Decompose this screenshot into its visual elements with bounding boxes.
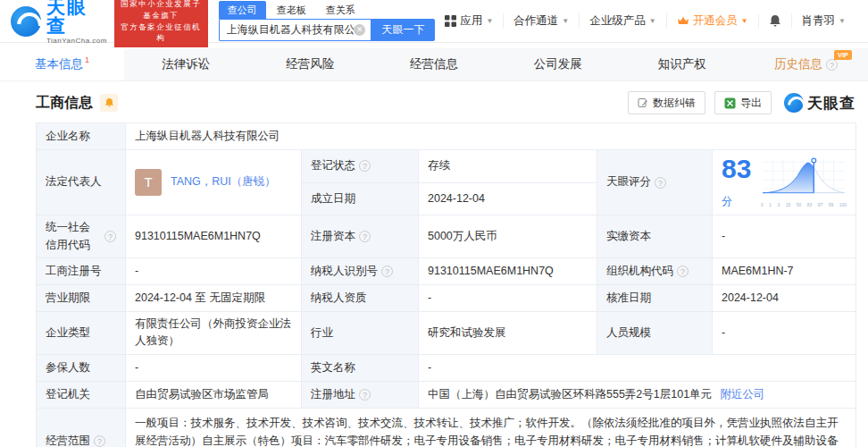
status-value: 存续 [419, 150, 597, 183]
nav-notifications[interactable] [758, 14, 791, 28]
established-label: 成立日期 [302, 182, 419, 215]
legal-rep-avatar[interactable]: T [135, 169, 162, 196]
help-icon[interactable]: ? [359, 160, 371, 172]
business-scope-label-cell: 经营范围? [37, 408, 126, 447]
legal-rep-link[interactable]: TANG，RUI（唐锐） [171, 173, 276, 190]
tianyancha-logo[interactable]: 天眼查 TianYanCha.com [11, 0, 107, 45]
export-button[interactable]: 导出 [714, 91, 772, 114]
brand-domain: TianYanCha.com [46, 38, 107, 45]
company-name-label: 企业名称 [37, 123, 126, 150]
reg-number-value: - [126, 257, 302, 284]
tab-history[interactable]: VIP 历史信息 ? [744, 48, 868, 80]
status-label: 登记状态 [311, 157, 355, 174]
nav-partner[interactable]: 合作通道 ▼ [503, 13, 579, 29]
table-row: 工商注册号 - 纳税人识别号? 91310115MAE6M1HN7Q 组织机构代… [37, 257, 856, 284]
english-name-value: - [419, 354, 856, 381]
registration-authority-value: 自由贸易试验区市场监管局 [126, 381, 302, 408]
page-tabs: 基本信息 1 法律诉讼 经营风险 经营信息 公司发展 知识产权 VIP 历史信息… [0, 48, 868, 81]
nearby-companies-link[interactable]: 附近公司 [721, 388, 765, 401]
help-icon[interactable]: ? [359, 231, 371, 242]
tab-risk[interactable]: 经营风险 [248, 48, 372, 80]
gov-badge-line2: 官方备案企业征信机构 [120, 21, 203, 45]
org-code-label: 组织机构代码 [606, 263, 673, 280]
credit-code-label: 统一社会信用代码 [46, 219, 101, 254]
excel-export-icon [724, 97, 736, 109]
taxpayer-id-label: 纳税人识别号 [311, 263, 378, 280]
staff-size-value: - [713, 311, 856, 354]
search-tab-relation[interactable]: 查关系 [317, 1, 364, 19]
business-scope-label: 经营范围 [46, 433, 90, 447]
reg-number-label: 工商注册号 [37, 257, 126, 284]
help-icon[interactable]: ? [655, 177, 666, 189]
chevron-down-icon: ▼ [562, 17, 569, 25]
table-row: 登记机关 自由贸易试验区市场监管局 注册地址? 中国（上海）自由贸易试验区环科路… [37, 381, 856, 408]
tab-operation[interactable]: 经营信息 [372, 48, 497, 80]
help-icon[interactable]: ? [381, 266, 393, 277]
address-value: 中国（上海）自由贸易试验区环科路555弄2号1层101单元 [428, 388, 712, 401]
established-value: 2024-12-04 [419, 182, 597, 215]
paid-capital-label: 实缴资本 [597, 215, 713, 258]
paid-capital-value: - [713, 215, 856, 258]
nav-user-label: 肖青羽 [802, 13, 836, 29]
score-label-cell: 天眼评分? [597, 150, 713, 215]
table-row: 企业名称 上海纵目机器人科技有限公司 [37, 123, 856, 150]
reg-capital-label-cell: 注册资本? [302, 215, 419, 258]
table-row: 参保人数 - 英文名称 - [37, 354, 856, 381]
taxpayer-id-value: 91310115MAE6M1HN7Q [419, 257, 597, 284]
table-row: 企业类型 有限责任公司（外商投资企业法人独资） 行业 研究和试验发展 人员规模 … [37, 311, 856, 354]
score-distribution-chart: 0131550839799100 [761, 156, 847, 209]
help-icon[interactable]: ? [359, 389, 371, 401]
staff-size-label: 人员规模 [597, 311, 713, 354]
table-row: 统一社会信用代码? 91310115MAE6M1HN7Q 注册资本? 5000万… [37, 215, 856, 258]
brand-name: 天眼查 [46, 0, 107, 35]
insured-count-value: - [126, 354, 302, 381]
nav-enterprise[interactable]: 企业级产品 ▼ [579, 13, 665, 29]
clear-search-icon[interactable]: ✕ [354, 24, 365, 36]
search-button[interactable]: 天眼一下 [371, 19, 435, 41]
tab-ip-label: 知识产权 [658, 56, 706, 72]
watermark-brand-name: 天眼查 [807, 93, 855, 114]
tab-ip[interactable]: 知识产权 [620, 48, 744, 80]
section-header: 工商信息 数据纠错 导出 天眼查 [36, 91, 855, 114]
tab-development[interactable]: 公司发展 [496, 48, 620, 80]
tab-operation-label: 经营信息 [410, 56, 458, 72]
edit-icon [638, 97, 648, 108]
score-value[interactable]: 83分 [722, 156, 757, 209]
help-icon[interactable]: ? [677, 266, 689, 277]
taxpayer-quality-label: 纳税人资质 [302, 284, 419, 311]
search-tab-company[interactable]: 查公司 [219, 1, 266, 19]
tab-history-label: 历史信息 [774, 56, 822, 72]
nav-user[interactable]: 肖青羽 ▼ [791, 13, 855, 29]
chevron-down-icon: ▼ [741, 17, 748, 25]
help-icon[interactable]: ? [104, 231, 116, 242]
nav-vip[interactable]: 开通会员 ▼ [666, 13, 758, 29]
score-chart-ticks: 0131550839799100 [761, 202, 847, 209]
tab-legal[interactable]: 法律诉讼 [124, 48, 248, 80]
tab-basic-info[interactable]: 基本信息 1 [0, 48, 124, 80]
search-tab-boss[interactable]: 查老板 [268, 1, 315, 19]
table-row: 经营范围? 一般项目：技术服务、技术开发、技术咨询、技术交流、技术转让、技术推广… [37, 408, 856, 447]
help-icon[interactable]: ? [826, 59, 838, 71]
approved-date-value: 2024-12-04 [713, 284, 856, 311]
watermark-logo: 天眼查 [784, 93, 855, 114]
industry-value: 研究和试验发展 [419, 311, 597, 354]
score-cell: 83分 [713, 150, 856, 215]
tab-risk-label: 经营风险 [286, 56, 334, 72]
tianyancha-logo-icon [11, 6, 41, 37]
search-input[interactable] [227, 24, 355, 37]
nav-apps-label: 应用 [460, 13, 482, 29]
monitor-bell-chip[interactable] [100, 94, 118, 112]
company-type-label: 企业类型 [37, 311, 126, 354]
gov-certification-badge: 国家中小企业发展子基金旗下 官方备案企业征信机构 [114, 0, 208, 47]
credit-code-label-cell: 统一社会信用代码? [37, 215, 126, 258]
registration-authority-label: 登记机关 [37, 381, 126, 408]
business-info-table: 企业名称 上海纵目机器人科技有限公司 法定代表人 T TANG，RUI（唐锐） … [36, 122, 856, 447]
data-correction-button[interactable]: 数据纠错 [628, 91, 705, 114]
nav-enterprise-label: 企业级产品 [589, 13, 646, 29]
nav-apps[interactable]: 应用 ▼ [435, 13, 503, 29]
address-label: 注册地址 [311, 386, 355, 403]
tab-basic-label: 基本信息 [35, 56, 83, 72]
help-icon[interactable]: ? [94, 435, 105, 447]
section-title: 工商信息 [36, 94, 93, 113]
score-unit: 分 [722, 195, 732, 207]
